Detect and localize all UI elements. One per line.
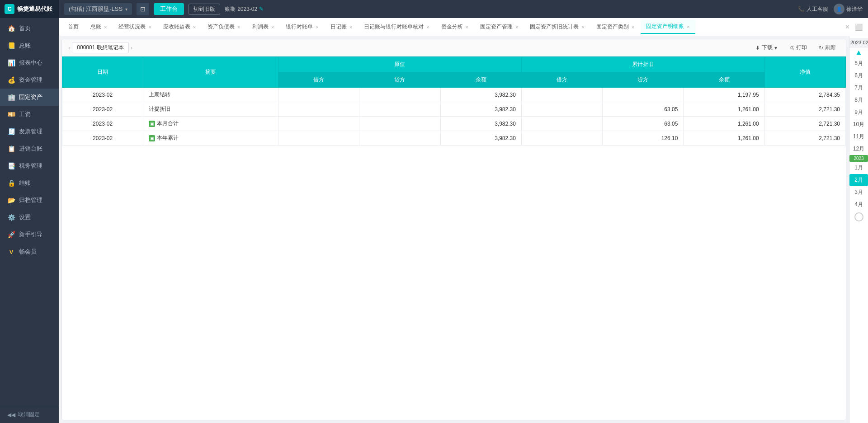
panel-actions: ⬇ 下载 ▾ 🖨 打印 ↻ 刷新	[752, 42, 840, 53]
tab-balance-sheet-close[interactable]: ×	[237, 24, 240, 30]
sidebar-item-label: 总账	[19, 42, 31, 50]
app-title: 畅捷通易代账	[17, 5, 52, 13]
sidebar-item-label: 首页	[19, 24, 31, 33]
sidebar-item-ledger[interactable]: 📒 总账	[0, 37, 59, 54]
breadcrumb-next-icon[interactable]: ›	[131, 44, 132, 51]
nav-up-arrow[interactable]: ▲	[854, 47, 863, 57]
print-label: 打印	[796, 44, 807, 52]
refresh-button[interactable]: ↻ 刷新	[815, 42, 840, 53]
sidebar-item-guide[interactable]: 🚀 新手引导	[0, 226, 59, 243]
tab-fa-detail[interactable]: 固定资产明细账 ×	[641, 20, 695, 34]
reports-icon: 📊	[7, 59, 15, 66]
tab-cash-analysis[interactable]: 资金分析 ×	[436, 20, 474, 33]
tab-fa-category[interactable]: 固定资产类别 ×	[591, 20, 640, 33]
col-original-value-header: 原值	[278, 57, 522, 72]
tab-ledger[interactable]: 总账 ×	[85, 20, 112, 33]
company-selector[interactable]: (勾稽) 江西服垦-LSS ▾	[64, 3, 132, 15]
nav-month-3[interactable]: 3月	[849, 186, 868, 198]
breadcrumb: ‹ 000001 联想笔记本 ›	[68, 42, 132, 53]
cell-accum-credit: 63.05	[603, 117, 684, 131]
breadcrumb-prev-icon[interactable]: ‹	[68, 44, 70, 51]
tab-business-status[interactable]: 经营状况表 ×	[113, 20, 156, 33]
download-button[interactable]: ⬇ 下载 ▾	[752, 42, 781, 53]
sidebar-item-settings[interactable]: ⚙️ 设置	[0, 209, 59, 226]
tab-balance-sheet[interactable]: 资产负债表 ×	[202, 20, 245, 33]
breadcrumb-item[interactable]: 000001 联想笔记本	[72, 42, 128, 53]
nav-month-12[interactable]: 12月	[849, 143, 868, 155]
nav-month-11[interactable]: 11月	[849, 131, 868, 143]
tab-journal-label: 日记账	[330, 23, 347, 31]
sidebar-item-cashflow[interactable]: 💰 资金管理	[0, 71, 59, 89]
sidebar-item-tax[interactable]: 📑 税务管理	[0, 157, 59, 174]
tab-ar-aging[interactable]: 应收账龄表 ×	[158, 20, 201, 33]
sidebar-logo: C 畅捷通易代账	[0, 0, 59, 18]
service-button[interactable]: 📞 人工客服	[798, 5, 828, 13]
sidebar-item-member[interactable]: V 畅会员	[0, 243, 59, 260]
tab-income-statement[interactable]: 利润表 ×	[247, 20, 279, 33]
tab-journal-reconcile-close[interactable]: ×	[426, 24, 429, 30]
sidebar-item-home[interactable]: 🏠 首页	[0, 20, 59, 37]
content-area: ‹ 000001 联想笔记本 › ⬇ 下载 ▾ 🖨 打印 ↻	[59, 36, 868, 423]
sidebar-item-label: 工资	[19, 110, 31, 118]
sidebar-item-archive[interactable]: 📂 归档管理	[0, 192, 59, 209]
old-version-button[interactable]: 切到旧版	[189, 4, 220, 15]
sidebar-item-invoice[interactable]: 🧾 发票管理	[0, 123, 59, 140]
sidebar-item-fixed-assets[interactable]: 🏢 固定资产	[0, 89, 59, 106]
nav-month-1[interactable]: 1月	[849, 162, 868, 174]
sidebar-item-label: 发票管理	[19, 127, 42, 136]
sidebar-item-payroll[interactable]: 💴 工资	[0, 106, 59, 123]
nav-month-2[interactable]: 2月	[849, 174, 868, 186]
tab-journal[interactable]: 日记账 ×	[325, 20, 358, 33]
tab-ledger-close[interactable]: ×	[104, 24, 107, 30]
cell-orig-credit	[359, 131, 440, 146]
col-orig-credit-header: 贷方	[359, 72, 440, 88]
refresh-icon: ↻	[819, 45, 823, 51]
tab-fa-detail-close[interactable]: ×	[687, 24, 689, 29]
tab-fa-depreciation[interactable]: 固定资产折旧统计表 ×	[524, 20, 590, 33]
nav-month-7[interactable]: 7月	[849, 82, 868, 94]
cell-orig-balance: 3,982.30	[440, 117, 521, 131]
sidebar-unpin-button[interactable]: ◀◀ 取消固定	[0, 406, 59, 423]
tab-bank-statement[interactable]: 银行对账单 ×	[280, 20, 324, 33]
tab-income-statement-label: 利润表	[252, 23, 269, 31]
table-row: 2023-02 ▣本年累计 3,982.30 126.10 1,261.00 2…	[62, 131, 846, 146]
sidebar-item-close-books[interactable]: 🔒 结账	[0, 174, 59, 192]
nav-month-10[interactable]: 10月	[849, 118, 868, 131]
tab-fa-category-close[interactable]: ×	[632, 24, 634, 30]
user-menu[interactable]: 👤 徐泽华	[834, 4, 863, 14]
nav-month-9[interactable]: 9月	[849, 106, 868, 118]
print-button[interactable]: 🖨 打印	[785, 42, 811, 53]
close-all-tabs-button[interactable]: ×	[844, 21, 851, 33]
tab-journal-reconcile[interactable]: 日记账与银行对账单核对 ×	[359, 20, 434, 33]
period-text-label: 账期	[225, 5, 236, 13]
cell-description: 计提折旧	[143, 102, 278, 117]
tab-journal-close[interactable]: ×	[349, 24, 352, 30]
tab-bank-statement-close[interactable]: ×	[316, 24, 318, 30]
period-edit-icon[interactable]: ✎	[259, 6, 264, 12]
cell-date: 2023-02	[62, 102, 143, 117]
nav-month-6[interactable]: 6月	[849, 70, 868, 82]
cell-description: ▣本年累计	[143, 131, 278, 146]
tab-cash-analysis-close[interactable]: ×	[466, 24, 468, 30]
tab-fa-management-close[interactable]: ×	[515, 24, 518, 30]
download-icon: ⬇	[755, 45, 760, 51]
sidebar-nav: 🏠 首页 📒 总账 📊 报表中心 💰 资金管理 🏢 固定资产 💴 工资 🧾 发票…	[0, 18, 59, 406]
maximize-button[interactable]: ⬜	[853, 22, 864, 33]
service-label: 人工客服	[807, 5, 828, 13]
tab-ar-aging-close[interactable]: ×	[193, 24, 196, 30]
tab-fa-management[interactable]: 固定资产管理 ×	[475, 20, 524, 33]
nav-month-4[interactable]: 4月	[849, 198, 868, 211]
cell-accum-credit: 63.05	[603, 102, 684, 117]
tab-business-status-close[interactable]: ×	[148, 24, 151, 30]
copy-icon-button[interactable]: ⊡	[137, 3, 149, 15]
workbench-button[interactable]: 工作台	[154, 3, 184, 15]
sidebar-item-reports[interactable]: 📊 报表中心	[0, 54, 59, 71]
cell-date: 2023-02	[62, 131, 143, 146]
tab-home[interactable]: 首页	[62, 20, 84, 33]
nav-month-5[interactable]: 5月	[849, 57, 868, 70]
nav-month-8[interactable]: 8月	[849, 94, 868, 106]
sidebar-item-sales[interactable]: 📋 进销台账	[0, 140, 59, 157]
main-panel: ‹ 000001 联想笔记本 › ⬇ 下载 ▾ 🖨 打印 ↻	[61, 39, 846, 420]
tab-income-statement-close[interactable]: ×	[271, 24, 274, 30]
tab-fa-depreciation-close[interactable]: ×	[581, 24, 584, 30]
